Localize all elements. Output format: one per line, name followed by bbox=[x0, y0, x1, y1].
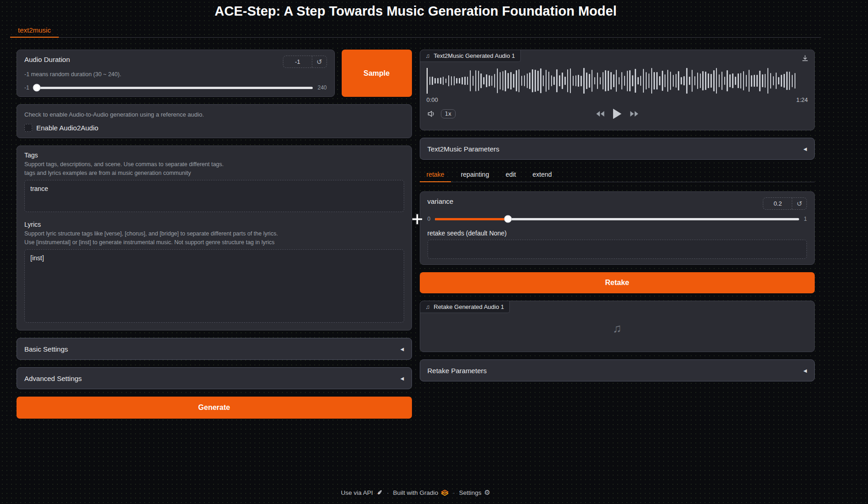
waveform-bar bbox=[773, 76, 774, 85]
waveform-bar bbox=[578, 75, 579, 87]
waveform-bar bbox=[603, 72, 604, 90]
sample-button[interactable]: Sample bbox=[342, 50, 412, 97]
use-via-api-link[interactable]: Use via API bbox=[341, 489, 383, 496]
retake-parameters-accordion[interactable]: Retake Parameters ◀ bbox=[420, 359, 815, 381]
waveform-bar bbox=[762, 74, 763, 87]
waveform-bar bbox=[778, 77, 779, 84]
tags-textarea[interactable]: trance bbox=[24, 180, 404, 212]
waveform-bar bbox=[540, 68, 541, 93]
waveform-bar bbox=[610, 72, 612, 90]
audio-duration-slider[interactable] bbox=[34, 87, 313, 89]
waveform-bar bbox=[616, 70, 617, 91]
waveform-bar bbox=[553, 77, 555, 85]
waveform-bar bbox=[708, 73, 709, 89]
audio-duration-number-group: ↺ bbox=[283, 56, 327, 68]
audio2audio-panel: Check to enable Audio-to-Audio generatio… bbox=[17, 104, 412, 138]
waveform-bar bbox=[586, 73, 587, 89]
waveform-bar bbox=[656, 72, 658, 90]
gear-icon: ⚙ bbox=[484, 488, 490, 497]
waveform-bar bbox=[429, 77, 431, 85]
waveform-bar bbox=[665, 74, 666, 87]
rewind-icon[interactable] bbox=[596, 111, 604, 118]
variance-slider[interactable] bbox=[435, 218, 799, 220]
waveform-bar bbox=[589, 74, 590, 87]
waveform-bar bbox=[719, 74, 720, 87]
tab-text2music[interactable]: text2music bbox=[10, 23, 59, 38]
waveform-bar bbox=[486, 74, 487, 87]
waveform-bar bbox=[494, 74, 496, 88]
slider-handle[interactable] bbox=[504, 215, 512, 223]
collapse-arrow-icon: ◀ bbox=[400, 347, 404, 352]
fast-forward-icon[interactable] bbox=[630, 111, 638, 118]
waveform-bar bbox=[573, 76, 574, 85]
built-with-gradio-link[interactable]: Built with Gradio bbox=[393, 489, 449, 496]
waveform-bar bbox=[632, 75, 633, 86]
waveform-bar bbox=[583, 68, 585, 93]
waveform-bar bbox=[702, 71, 704, 90]
audio-title: Text2Music Generated Audio 1 bbox=[434, 52, 515, 59]
download-icon[interactable] bbox=[800, 53, 810, 65]
waveform[interactable] bbox=[427, 67, 808, 94]
waveform-bar bbox=[451, 76, 452, 85]
waveform-bar bbox=[659, 76, 660, 85]
current-time: 0:00 bbox=[427, 96, 438, 103]
waveform-bar bbox=[754, 75, 755, 87]
waveform-bar bbox=[716, 68, 717, 93]
waveform-bar bbox=[532, 69, 533, 93]
text2music-audio-player: ♫ Text2Music Generated Audio 1 0:00 1:24 bbox=[420, 50, 815, 130]
main-content: Audio Duration ↺ -1 means random duratio… bbox=[10, 50, 821, 419]
waveform-bar bbox=[756, 75, 758, 87]
waveform-bar bbox=[651, 68, 653, 94]
waveform-bar bbox=[521, 76, 523, 86]
audio-duration-label: Audio Duration bbox=[24, 56, 70, 63]
collapse-arrow-icon: ◀ bbox=[803, 146, 807, 151]
tags-lyrics-panel: Tags Support tags, descriptions, and sce… bbox=[17, 146, 412, 331]
enable-audio2audio-checkbox[interactable] bbox=[24, 124, 32, 132]
music-note-icon: ♫ bbox=[426, 52, 430, 59]
settings-label: Settings bbox=[459, 489, 481, 496]
footer: Use via API · Built with Gradio · Settin… bbox=[10, 488, 821, 497]
waveform-bar bbox=[489, 75, 490, 87]
audio-duration-info: -1 means random duration (30 ~ 240). bbox=[24, 70, 327, 78]
tab-repainting[interactable]: repainting bbox=[454, 167, 496, 182]
reset-icon[interactable]: ↺ bbox=[792, 198, 806, 209]
slider-handle[interactable] bbox=[33, 84, 40, 92]
waveform-bar bbox=[640, 76, 642, 85]
waveform-bar bbox=[792, 75, 793, 87]
variance-label: variance bbox=[428, 197, 454, 205]
tab-retake[interactable]: retake bbox=[420, 167, 451, 182]
variance-panel: variance ↺ 0 1 retake seeds (default Non… bbox=[420, 191, 815, 265]
lyrics-info-2: Use [instrumental] or [inst] to generate… bbox=[24, 238, 404, 246]
audio-title: Retake Generated Audio 1 bbox=[434, 303, 504, 310]
waveform-bar bbox=[464, 77, 466, 85]
advanced-settings-accordion[interactable]: Advanced Settings ◀ bbox=[17, 367, 412, 389]
retake-button[interactable]: Retake bbox=[420, 272, 815, 293]
tab-extend[interactable]: extend bbox=[526, 167, 559, 182]
settings-link[interactable]: Settings ⚙ bbox=[459, 488, 490, 497]
waveform-bar bbox=[646, 72, 647, 90]
text2music-parameters-accordion[interactable]: Text2Music Parameters ◀ bbox=[420, 138, 815, 160]
waveform-bar bbox=[765, 74, 766, 88]
lyrics-textarea[interactable]: [inst] bbox=[24, 249, 404, 323]
basic-settings-accordion[interactable]: Basic Settings ◀ bbox=[17, 338, 412, 360]
waveform-bar bbox=[767, 68, 769, 94]
waveform-bar bbox=[597, 73, 598, 89]
playback-speed-button[interactable]: 1x bbox=[441, 109, 456, 118]
retake-seeds-input[interactable] bbox=[428, 240, 807, 259]
waveform-bar bbox=[710, 74, 712, 88]
waveform-bar bbox=[721, 72, 723, 90]
waveform-bar bbox=[497, 68, 498, 93]
waveform-bar bbox=[624, 76, 626, 86]
tab-edit[interactable]: edit bbox=[499, 167, 523, 182]
variance-input[interactable] bbox=[763, 198, 792, 209]
generate-button[interactable]: Generate bbox=[17, 397, 412, 419]
reset-icon[interactable]: ↺ bbox=[312, 56, 327, 67]
waveform-bar bbox=[732, 73, 733, 89]
play-icon[interactable] bbox=[612, 108, 622, 120]
waveform-bar bbox=[727, 70, 728, 91]
waveform-bar bbox=[483, 77, 485, 84]
waveform-bar bbox=[705, 72, 706, 90]
audio-duration-input[interactable] bbox=[283, 56, 312, 67]
volume-icon[interactable] bbox=[427, 110, 436, 118]
enable-audio2audio-label: Enable Audio2Audio bbox=[36, 124, 98, 132]
